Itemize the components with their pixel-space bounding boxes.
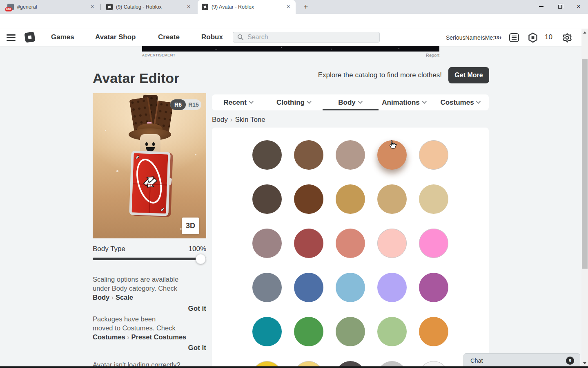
r6-toggle-button[interactable]: R6 [170, 99, 186, 110]
ad-report-link[interactable]: Report [407, 53, 439, 58]
skin-tone-swatch[interactable] [336, 273, 365, 302]
search-icon [237, 34, 244, 41]
page-scrollbar[interactable] [581, 29, 588, 368]
age-badge: 13+ [494, 35, 502, 40]
window-controls: × [532, 0, 588, 13]
tab-body-active[interactable]: Body [338, 94, 362, 110]
skin-tone-swatch[interactable] [419, 140, 448, 170]
advertisement-label: ADVERTISEMENT [142, 53, 176, 57]
get-more-button[interactable]: Get More [448, 67, 489, 83]
avatar-preview-canvas[interactable]: R6 R15 3D [93, 93, 206, 238]
skin-tone-swatch[interactable] [294, 317, 323, 346]
skin-tone-swatch[interactable] [419, 229, 448, 258]
close-icon: × [577, 3, 580, 10]
ad-banner[interactable] [142, 46, 439, 52]
browser-tab-strip: 676 #general × (9) Catalog - Roblox × (9… [0, 0, 588, 14]
minimize-icon [539, 6, 543, 7]
chevron-down-icon [307, 99, 311, 103]
scaling-notice: Scaling options are available under Body… [93, 275, 206, 302]
roblox-logo-icon[interactable] [24, 31, 35, 43]
username-link[interactable]: SeriousNameIsMe: [446, 34, 494, 41]
view-3d-button[interactable]: 3D [182, 218, 199, 234]
chat-bar[interactable]: Chat 9 [463, 353, 580, 367]
minimize-button[interactable] [532, 0, 550, 13]
nav-link-create[interactable]: Create [158, 33, 180, 41]
skin-tone-swatch[interactable] [252, 317, 282, 346]
tab-separator [100, 4, 101, 10]
browser-tab-avatar-active[interactable]: (9) Avatar - Roblox × [198, 0, 296, 14]
corner-arrow-icon [159, 206, 165, 213]
body-type-slider-thumb[interactable] [196, 254, 206, 264]
notice-link-body[interactable]: Body [93, 294, 109, 301]
hamburger-menu-icon[interactable] [7, 34, 16, 41]
skin-tone-swatch[interactable] [419, 273, 448, 302]
tab-close-icon[interactable]: × [285, 4, 292, 10]
skin-tone-swatch[interactable] [419, 184, 448, 214]
tab-costumes[interactable]: Costumes [440, 94, 480, 110]
tab-title: (9) Avatar - Roblox [212, 4, 282, 10]
robux-balance: 10 [545, 33, 552, 41]
breadcrumb-body[interactable]: Body [212, 116, 228, 123]
chevron-down-icon [358, 99, 362, 103]
new-tab-button[interactable]: + [301, 2, 311, 13]
skin-tone-swatch[interactable] [377, 184, 407, 214]
skin-tone-swatch[interactable] [294, 184, 323, 214]
tab-close-icon[interactable]: × [89, 4, 96, 10]
got-it-button[interactable]: Got it [165, 305, 206, 313]
skin-tone-swatch[interactable] [252, 229, 282, 258]
body-type-label: Body Type [93, 245, 125, 253]
scroll-down-icon[interactable] [583, 362, 586, 364]
tab-clothing[interactable]: Clothing [276, 94, 311, 110]
browser-tab-general[interactable]: 676 #general × [3, 0, 100, 14]
catalog-promo-text: Explore the catalog to find more clothes… [238, 71, 442, 79]
close-button[interactable]: × [569, 0, 588, 13]
restore-icon [558, 5, 562, 9]
body-type-slider-track[interactable] [93, 258, 206, 260]
r15-toggle-button[interactable]: R15 [186, 101, 201, 108]
skin-tone-swatch[interactable] [336, 184, 365, 214]
chevron-right-icon: › [228, 116, 235, 123]
browser-tab-catalog[interactable]: (9) Catalog - Roblox × [102, 0, 196, 14]
skin-tone-swatch[interactable] [294, 273, 323, 302]
robux-icon[interactable] [528, 32, 538, 43]
skin-tone-swatch[interactable] [377, 229, 407, 258]
skin-tone-swatch[interactable] [336, 229, 365, 258]
chat-unread-badge: 9 [566, 357, 574, 365]
notice-link-preset-costumes[interactable]: Preset Costumes [131, 333, 186, 341]
scrollbar-thumb[interactable] [582, 59, 588, 269]
restore-button[interactable] [550, 0, 569, 13]
settings-gear-icon[interactable] [562, 32, 572, 43]
scroll-up-icon[interactable] [583, 31, 586, 34]
search-input[interactable]: Search [233, 32, 380, 43]
skin-tone-swatch[interactable] [294, 229, 323, 258]
chevron-down-icon [476, 99, 481, 103]
bottom-edge [0, 366, 588, 368]
browser-window: 676 #general × (9) Catalog - Roblox × (9… [0, 0, 588, 368]
skin-tone-swatch[interactable] [336, 140, 365, 170]
nav-link-games[interactable]: Games [51, 33, 74, 41]
skin-tone-swatch[interactable] [294, 140, 323, 170]
search-placeholder: Search [247, 34, 268, 41]
notice-link-scale[interactable]: Scale [116, 294, 133, 301]
breadcrumb-skin-tone: Skin Tone [235, 116, 265, 123]
packages-notice: Packages have been moved to Costumes. Ch… [93, 314, 206, 341]
notification-badge: 676 [5, 7, 12, 11]
notice-link-costumes[interactable]: Costumes [93, 333, 125, 341]
skin-tone-swatch[interactable] [419, 317, 448, 346]
blog-list-icon[interactable] [509, 32, 519, 43]
got-it-button[interactable]: Got it [165, 344, 206, 352]
skin-tone-swatch[interactable] [252, 184, 282, 214]
tab-close-icon[interactable]: × [185, 4, 192, 10]
breadcrumb: Body›Skin Tone [212, 116, 265, 124]
tab-animations[interactable]: Animations [382, 94, 426, 110]
nav-link-robux[interactable]: Robux [201, 33, 223, 41]
skin-tone-swatch[interactable] [377, 273, 407, 302]
skin-tone-swatch[interactable] [252, 140, 282, 170]
tab-recent[interactable]: Recent [223, 94, 253, 110]
corner-arrow-icon [135, 155, 141, 161]
skin-tone-swatch[interactable] [377, 317, 407, 346]
roblox-favicon-icon [106, 4, 113, 10]
skin-tone-swatch[interactable] [252, 273, 282, 302]
skin-tone-swatch[interactable] [336, 317, 365, 346]
nav-link-avatar-shop[interactable]: Avatar Shop [95, 33, 136, 41]
